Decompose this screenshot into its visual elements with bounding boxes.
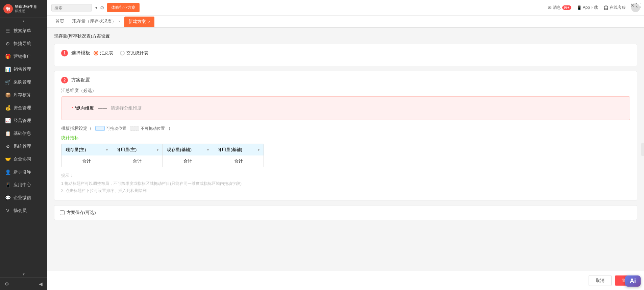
sidebar-logo: 畅 畅赚通好生意 标准版 [0, 0, 47, 18]
stats-col-value-1: 合计 [112, 155, 163, 167]
sidebar-item-basic-info[interactable]: 📋 基础信息 [0, 127, 47, 140]
radio-cross-label: 交叉统计表 [126, 50, 148, 56]
stats-header-0-text: 现存量(主) [66, 147, 86, 153]
ai-badge[interactable]: Ai [625, 275, 641, 287]
tab-home-label: 首页 [55, 18, 64, 24]
tips-item-0: 1.拖动标题栏可以调整布局，不可跨维度或指标区域拖动栏目(只能在同一维度或指标区… [61, 180, 630, 188]
legend-non-draggable-label: 不可拖动位置 [141, 126, 165, 131]
dimension-box[interactable]: * *纵向维度 —— 请选择分组维度 [61, 96, 630, 120]
quick-nav-icon: ⊙ [5, 41, 11, 46]
stats-header-1-text: 可用量(主) [116, 147, 137, 153]
sidebar-item-purchase[interactable]: 🛒 采购管理 [0, 76, 47, 89]
stats-header-3-text: 可用量(基辅) [217, 147, 242, 153]
sidebar-item-label: 营销推广 [14, 53, 31, 59]
section2-num: 2 [61, 77, 68, 83]
sidebar-item-app-center[interactable]: 📱 应用中心 [0, 178, 47, 191]
save-option-label: 方案保存(可选) [67, 210, 96, 216]
tab-inventory-close[interactable]: × [118, 19, 120, 23]
stats-label: 统计指标 [61, 135, 630, 141]
sidebar-scroll-down[interactable]: ▼ [0, 271, 47, 277]
sidebar-item-new-guide[interactable]: 👤 新手引导 [0, 166, 47, 178]
window-controls: ✕ ⛶ [627, 0, 644, 10]
tab-new-plan-close[interactable]: × [148, 20, 150, 24]
radio-summary-circle [94, 51, 98, 55]
section-plan-config: 2 方案配置 汇总维度（必选） * *纵向维度 —— 请选择分组维度 模板指标设… [54, 71, 637, 200]
dimension-label: 汇总维度（必选） [61, 88, 630, 94]
tab-new-plan[interactable]: 新建方案 × [124, 17, 154, 27]
radio-cross-circle [120, 51, 125, 55]
dropdown-arrow-2: ▾ [207, 148, 209, 152]
sidebar-item-stock[interactable]: 📦 库存核算 [0, 89, 47, 101]
app-icon: 📱 [577, 5, 582, 10]
sidebar-item-marketing[interactable]: 🎁 营销推广 [0, 50, 47, 63]
sidebar-item-label: 采购管理 [14, 79, 31, 85]
sidebar-item-label: 经营管理 [14, 118, 31, 124]
trial-button[interactable]: 体验行业方案 [107, 3, 140, 12]
sidebar-nav: ☰ 搜索菜单 ⊙ 快捷导航 🎁 营销推广 📊 销售管理 🛒 采购管理 📦 库存核… [0, 24, 47, 271]
sidebar-item-wechat[interactable]: 💬 企业微信 [0, 191, 47, 204]
marketing-icon: 🎁 [5, 54, 11, 59]
radio-summary-label: 汇总表 [100, 50, 113, 56]
message-label: 消息 [553, 5, 561, 10]
template-radio-group: 汇总表 交叉统计表 [94, 50, 148, 56]
sidebar-item-sales[interactable]: 📊 销售管理 [0, 63, 47, 76]
wechat-icon: 💬 [5, 195, 11, 200]
sidebar-scroll-up[interactable]: ▲ [0, 18, 47, 24]
sidebar-footer: ⚙ ◀ [0, 277, 47, 290]
dimension-vertical-label: *纵向维度 [75, 105, 94, 111]
resize-handle[interactable] [641, 143, 644, 156]
footer-audio-icon[interactable]: ◀ [39, 281, 43, 287]
sidebar-item-sys-mgmt[interactable]: ⚙ 系统管理 [0, 140, 47, 153]
footer-settings-icon[interactable]: ⚙ [5, 281, 9, 287]
legend-draggable: 可拖动位置 [95, 126, 126, 131]
close-button[interactable]: ✕ [630, 2, 635, 8]
sidebar-item-quick-nav[interactable]: ⊙ 快捷导航 [0, 37, 47, 50]
sidebar-item-operation[interactable]: 📈 经营管理 [0, 114, 47, 127]
topbar-app-download[interactable]: 📱 App下载 [577, 5, 598, 10]
radio-summary[interactable]: 汇总表 [94, 50, 113, 56]
service-icon: 🎧 [603, 5, 609, 10]
dimension-dash: —— [98, 106, 107, 111]
main-area: ▾ ⚙ 体验行业方案 ✉ 消息 99+ 📱 App下载 🎧 在线客服 首页 [47, 0, 644, 290]
sidebar-item-finance[interactable]: 💰 资金管理 [0, 101, 47, 114]
section1-title: 选择模板 [71, 50, 90, 56]
sidebar: 畅 畅赚通好生意 标准版 ▲ ☰ 搜索菜单 ⊙ 快捷导航 🎁 营销推广 📊 销售… [0, 0, 47, 290]
save-option: 方案保存(可选) [54, 205, 637, 220]
logo-text: 畅赚通好生意 [15, 4, 37, 9]
stats-col-header-2[interactable]: 现存量(基辅) ▾ [163, 144, 214, 155]
sidebar-item-label: 应用中心 [14, 182, 31, 188]
dropdown-arrow-0: ▾ [106, 148, 108, 152]
topbar-dropdown-icon[interactable]: ▾ [95, 5, 97, 10]
template-label-text: 模板指标设定（ [61, 125, 92, 131]
section1-header: 1 选择模板 汇总表 交叉统计表 [61, 50, 630, 56]
stats-col-header-1[interactable]: 可用量(主) ▾ [112, 144, 163, 155]
sidebar-item-label: 畅会员 [14, 208, 27, 214]
sidebar-item-search-menu[interactable]: ☰ 搜索菜单 [0, 24, 47, 37]
legend-non-draggable: 不可拖动位置 [130, 126, 165, 131]
purchase-icon: 🛒 [5, 79, 11, 85]
topbar: ▾ ⚙ 体验行业方案 ✉ 消息 99+ 📱 App下载 🎧 在线客服 [47, 0, 644, 16]
cancel-button[interactable]: 取消 [589, 275, 612, 286]
tab-home[interactable]: 首页 [51, 16, 68, 28]
tab-inventory-status[interactable]: 现存量（库存状况表） × [68, 16, 124, 28]
draggable-box [95, 126, 105, 131]
topbar-gear-icon[interactable]: ⚙ [100, 5, 104, 10]
topbar-search-input[interactable] [51, 4, 92, 11]
sidebar-item-enterprise[interactable]: 🤝 企业协同 [0, 153, 47, 166]
topbar-message[interactable]: ✉ 消息 99+ [548, 5, 571, 10]
stats-col-header-0[interactable]: 现存量(主) ▾ [61, 144, 112, 155]
sidebar-item-vip[interactable]: V 畅会员 [0, 204, 47, 217]
stats-col-header-3[interactable]: 可用量(基辅) ▾ [213, 144, 264, 155]
message-icon: ✉ [548, 5, 551, 10]
tabs-bar: 首页 现存量（库存状况表） × 新建方案 × ✕ ⛶ [47, 16, 644, 28]
sidebar-item-label: 搜索菜单 [14, 28, 31, 34]
expand-button[interactable]: ⛶ [636, 2, 641, 8]
basic-info-icon: 📋 [5, 131, 11, 136]
stats-table-header: 现存量(主) ▾ 可用量(主) ▾ 现存量(基辅) ▾ [61, 144, 264, 155]
radio-cross[interactable]: 交叉统计表 [120, 50, 148, 56]
search-menu-icon: ☰ [5, 28, 11, 33]
logo-sub: 标准版 [15, 9, 37, 14]
save-checkbox[interactable] [60, 210, 65, 215]
topbar-service[interactable]: 🎧 在线客服 [603, 5, 626, 10]
vip-icon: V [5, 208, 11, 213]
